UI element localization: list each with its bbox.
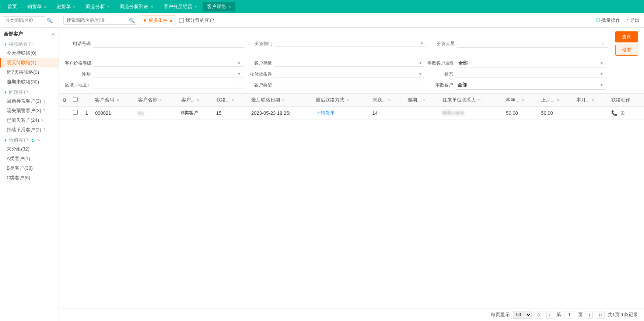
sidebar-item-churned[interactable]: 已流失客户(24) ? (0, 115, 59, 125)
row-checkbox[interactable] (70, 107, 81, 120)
sidebar-item-today[interactable]: 今天待联络(0) (0, 48, 59, 58)
col-last-month[interactable]: 上月... ⇅ (538, 94, 573, 107)
nav-customer-contact[interactable]: 客户联络 × (203, 2, 235, 11)
nav-product-analysis-list[interactable]: 商品分析列表 × (115, 2, 157, 11)
setting-button[interactable]: 设置 (615, 45, 638, 56)
export-button[interactable]: ↗ 导出 (625, 17, 640, 24)
sidebar-item-overdue[interactable]: 逾期未联络(30) (0, 77, 59, 87)
nav-close-icon[interactable]: × (228, 4, 231, 9)
dots-icon[interactable]: ··· (237, 82, 241, 87)
col-this-year[interactable]: 本年... ⇅ (503, 94, 538, 107)
sidebar-all-customers[interactable]: 全部客户 « (0, 28, 59, 39)
search-wrap: 🔍 (63, 16, 137, 25)
main-search-input[interactable] (63, 16, 137, 25)
col-last-contact-way[interactable]: 最后联络方式 ⇅ (313, 94, 370, 107)
nav-close-icon[interactable]: × (195, 4, 197, 9)
sidebar-item-tomorrow[interactable]: 明天待联络(1) (0, 58, 59, 68)
col-type[interactable]: 客户... ⇅ (178, 94, 213, 107)
person-select[interactable]: ··· (457, 40, 608, 48)
more-filter-button[interactable]: ▼ 更多条件 ▲ (140, 15, 176, 25)
col-unit-contact[interactable]: 往来单位联系人 ⇅ (440, 94, 503, 107)
sidebar-item-declining[interactable]: 持续下滑客户(2) ? (0, 125, 59, 135)
price-level-select[interactable]: ▼ (94, 60, 243, 67)
triangle-icon: ▼ (4, 138, 7, 142)
customer-type-label: 客户类型 (246, 82, 272, 88)
main-layout: 🔍 全部客户 « ▼ 待联络客户 今天待联络(0) 明天待联络(1) 近7天待联… (0, 13, 644, 321)
gender-select[interactable]: ▼ (93, 71, 243, 77)
nav-close-icon[interactable]: × (44, 4, 46, 9)
last-page-button[interactable]: ⟩⟩ (596, 311, 605, 319)
row-checkbox-input[interactable] (73, 110, 78, 115)
my-customers-input[interactable] (179, 18, 184, 23)
edit-icon[interactable]: ✎ (37, 138, 41, 143)
phone-input[interactable] (93, 40, 244, 48)
customer-type-select[interactable] (274, 84, 424, 86)
page-input[interactable] (564, 311, 575, 318)
nav-customer-stratification[interactable]: 客户分层经营 × (159, 2, 201, 11)
sidebar-search-input[interactable] (3, 16, 45, 24)
data-table-wrap: ⚙ 客户编码 ⇅ 客户名称 ⇅ (59, 94, 644, 308)
col-checkbox[interactable] (70, 94, 81, 107)
bulk-action-button[interactable]: ☑ 批量操作 (596, 17, 620, 24)
row-last-contact-date: 2023-05-23 18:25: (248, 107, 313, 120)
first-page-button[interactable]: ⟨⟨ (535, 311, 543, 319)
col-no-contact[interactable]: 未联... ⇅ (370, 94, 405, 107)
select-all-checkbox[interactable] (73, 97, 78, 102)
settings-icon[interactable]: ⚙ (62, 97, 67, 103)
sort-icon: ⇅ (346, 98, 349, 102)
nav-sales-order[interactable]: 销货单 × (23, 2, 50, 11)
col-settings[interactable]: ⚙ (59, 94, 70, 107)
col-name[interactable]: 客户名称 ⇅ (135, 94, 178, 107)
prev-page-button[interactable]: ⟨ (546, 311, 553, 319)
sort-icon: ⇅ (478, 98, 481, 102)
sidebar-item-repurchase-abnormal[interactable]: 回购异常客户(2) ? (0, 96, 59, 106)
retail-attr-select[interactable]: 全部 ▼ (456, 59, 606, 68)
help-icon: ? (41, 118, 43, 122)
col-contact-count[interactable]: 联络... ⇅ (213, 94, 248, 107)
nav-close-icon[interactable]: × (107, 4, 109, 9)
row-overdue (405, 107, 440, 120)
sidebar-item-class-b[interactable]: B类客户(33) (0, 163, 59, 173)
next-page-button[interactable]: ⟩ (586, 311, 593, 319)
sort-icon: ⇅ (159, 98, 162, 102)
dept-select[interactable]: ▼ (275, 40, 426, 47)
sidebar-item-ungrouped[interactable]: 未分组(32) (0, 144, 59, 154)
row-contact-count: 15 (213, 107, 248, 120)
dept-label: 分管部门 (247, 41, 273, 47)
sidebar-group-pending: ▼ 待联络客户 (0, 39, 59, 48)
page-size-label: 每页显示 (491, 311, 510, 318)
nav-close-icon[interactable]: × (73, 4, 75, 9)
nav-product-analysis[interactable]: 商品分析 × (81, 2, 114, 11)
contact-action-icon[interactable]: 📞 (611, 110, 617, 116)
status-select[interactable]: ▼ (455, 71, 606, 77)
retail-customer-select[interactable]: 全部 ▼ (455, 80, 606, 90)
col-this-month[interactable]: 本月... ⇅ (573, 94, 608, 107)
customer-level-select[interactable]: ▼ (274, 60, 424, 67)
nav-purchase-order[interactable]: 进货单 × (52, 2, 80, 11)
nav-home[interactable]: 首页 (3, 2, 21, 11)
collapse-icon[interactable]: « (52, 31, 55, 37)
sidebar-search-icon[interactable]: 🔍 (47, 18, 53, 23)
action-buttons: 查询 设置 (615, 31, 638, 56)
refresh-icon[interactable]: ↻ (31, 138, 35, 143)
row-last-contact-way[interactable]: 下销货单 (313, 107, 370, 120)
main-search-icon[interactable]: 🔍 (129, 18, 135, 23)
more-action-icon[interactable]: ⊞ (620, 110, 625, 116)
nav-close-icon[interactable]: × (151, 4, 153, 9)
col-overdue[interactable]: 逾期... ⇅ (405, 94, 440, 107)
sidebar-item-class-a[interactable]: A类客户(1) (0, 154, 59, 163)
my-customers-checkbox[interactable]: 我分管的客户 (179, 17, 214, 24)
sidebar-item-churn-warning[interactable]: 流失预警客户(3) ? (0, 106, 59, 115)
sidebar-item-7days[interactable]: 近7天待联络(0) (0, 68, 59, 77)
sidebar-item-class-c[interactable]: C类客户(6) (0, 173, 59, 183)
row-unit-contact: 联系人姓名 (440, 107, 503, 120)
dots-icon[interactable]: ··· (602, 41, 606, 46)
payment-select[interactable]: ▼ (274, 71, 424, 77)
col-last-contact-date[interactable]: 最后联络日期 ⇅ (248, 94, 313, 107)
person-label: 分管人员 (429, 41, 455, 47)
page-size-select[interactable]: 50 100 200 (513, 311, 532, 319)
region-select[interactable]: ··· (94, 81, 243, 89)
chevron-down-icon: ▼ (237, 61, 241, 65)
col-code[interactable]: 客户编码 ⇅ (92, 94, 135, 107)
query-button[interactable]: 查询 (615, 31, 638, 42)
